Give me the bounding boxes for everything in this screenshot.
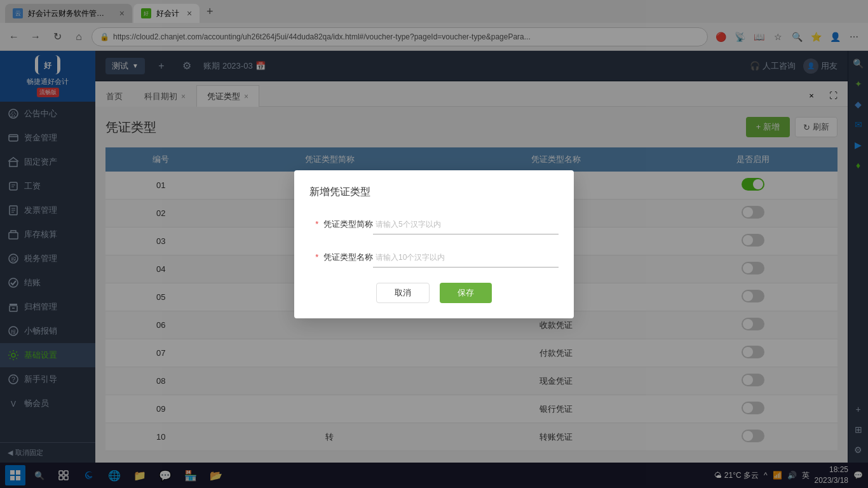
required-star-name: * <box>315 252 318 262</box>
abbr-input[interactable] <box>373 214 559 234</box>
abbr-label-text: 凭证类型简称 <box>323 219 373 229</box>
save-button[interactable]: 保存 <box>440 283 492 303</box>
form-name-label: * 凭证类型名称 <box>309 252 373 263</box>
form-abbr-label: * 凭证类型简称 <box>309 219 373 230</box>
modal-footer: 取消 保存 <box>309 283 559 303</box>
modal-overlay: 新增凭证类型 * 凭证类型简称 * 凭证类型名称 取消 保存 <box>0 0 868 488</box>
modal-title: 新增凭证类型 <box>309 186 559 199</box>
cancel-button[interactable]: 取消 <box>376 283 430 303</box>
form-row-abbr: * 凭证类型简称 <box>309 214 559 234</box>
name-label-text: 凭证类型名称 <box>323 252 373 262</box>
form-row-name: * 凭证类型名称 <box>309 247 559 268</box>
add-voucher-modal: 新增凭证类型 * 凭证类型简称 * 凭证类型名称 取消 保存 <box>294 170 574 318</box>
modal-body: * 凭证类型简称 * 凭证类型名称 <box>309 214 559 268</box>
name-input[interactable] <box>373 247 559 268</box>
required-star-abbr: * <box>315 219 318 229</box>
